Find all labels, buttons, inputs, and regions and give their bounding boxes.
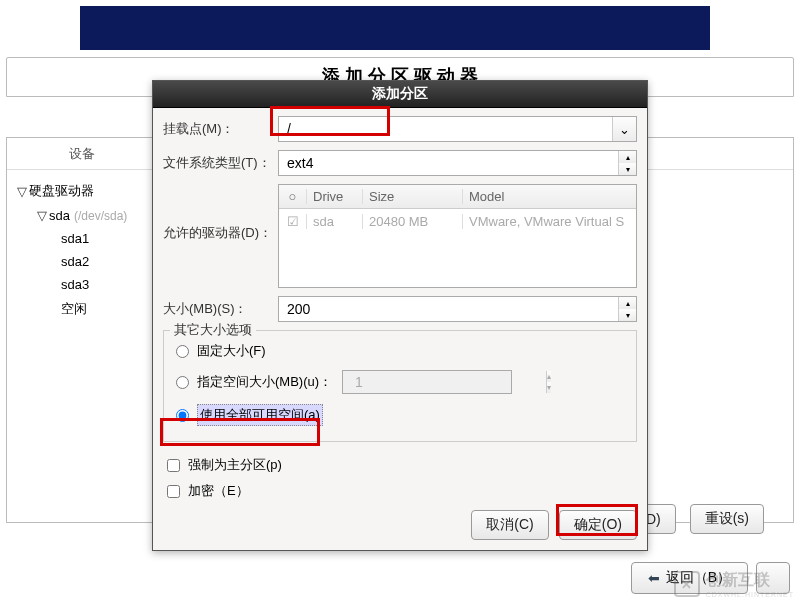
drive-row-sda[interactable]: ☑ sda 20480 MB VMware, VMware Virtual S <box>279 209 636 233</box>
encrypt-label: 加密（E） <box>188 482 249 500</box>
dialog-title: 添加分区 <box>153 81 647 108</box>
primary-checkbox[interactable] <box>167 459 180 472</box>
fstype-label: 文件系统类型(T)： <box>163 154 278 172</box>
encrypt-checkbox[interactable] <box>167 485 180 498</box>
size-input[interactable] <box>279 297 618 321</box>
radio-fixed[interactable] <box>176 345 189 358</box>
drive-name: sda <box>307 214 363 229</box>
upto-spin: ▴▾ <box>546 371 551 393</box>
watermark-logo-icon: ✕ <box>674 571 700 597</box>
dialog-footer: 取消(C) 确定(O) <box>163 504 637 540</box>
drive-model: VMware, VMware Virtual S <box>463 214 636 229</box>
primary-label: 强制为主分区(p) <box>188 456 282 474</box>
drives-label: 允许的驱动器(D)： <box>163 184 278 242</box>
radio-fixed-label: 固定大小(F) <box>197 342 266 360</box>
chevron-down-icon[interactable]: ▽ <box>17 184 29 199</box>
fstype-spin[interactable]: ▴▾ <box>618 151 636 175</box>
primary-row[interactable]: 强制为主分区(p) <box>163 452 637 478</box>
col-model: Model <box>463 189 636 204</box>
drive-check[interactable]: ☑ <box>279 214 307 229</box>
drives-row: 允许的驱动器(D)： ○ Drive Size Model ☑ sda 2048… <box>163 184 637 288</box>
mount-label: 挂载点(M)： <box>163 120 278 138</box>
watermark-brand: 创新互联 <box>706 570 794 591</box>
drive-size: 20480 MB <box>363 214 463 229</box>
fieldset-legend: 其它大小选项 <box>170 321 256 339</box>
mount-combo[interactable]: ⌄ <box>278 116 637 142</box>
chevron-down-icon[interactable]: ⌄ <box>612 117 636 141</box>
radio-upto-label: 指定空间大小(MB)(u)： <box>197 373 332 391</box>
drives-header: ○ Drive Size Model <box>279 185 636 209</box>
watermark-sub: CDXWHL.HINTERNET <box>706 591 794 598</box>
size-input-wrap[interactable]: ▴▾ <box>278 296 637 322</box>
radio-upto-row[interactable]: 指定空间大小(MB)(u)： ▴▾ <box>172 365 628 399</box>
add-partition-dialog: 添加分区 挂载点(M)： ⌄ 文件系统类型(T)： ▴▾ 允许的驱动器(D)： … <box>152 80 648 551</box>
size-options-fieldset: 其它大小选项 固定大小(F) 指定空间大小(MB)(u)： ▴▾ 使用全部可用空… <box>163 330 637 442</box>
mount-row: 挂载点(M)： ⌄ <box>163 116 637 142</box>
reset-button[interactable]: 重设(s) <box>690 504 764 534</box>
size-row: 大小(MB)(S)： ▴▾ <box>163 296 637 322</box>
size-spin[interactable]: ▴▾ <box>618 297 636 321</box>
upto-value <box>347 371 538 393</box>
drives-table[interactable]: ○ Drive Size Model ☑ sda 20480 MB VMware… <box>278 184 637 288</box>
upto-input: ▴▾ <box>342 370 512 394</box>
radio-upto[interactable] <box>176 376 189 389</box>
top-banner <box>80 6 710 50</box>
fstype-input[interactable] <box>279 151 618 175</box>
ok-button[interactable]: 确定(O) <box>559 510 637 540</box>
tree-path-sda: (/dev/sda) <box>74 209 127 223</box>
cancel-button[interactable]: 取消(C) <box>471 510 548 540</box>
radio-all[interactable] <box>176 409 189 422</box>
radio-all-row[interactable]: 使用全部可用空间(a) <box>172 399 628 431</box>
col-size: Size <box>363 189 463 204</box>
arrow-left-icon <box>648 570 660 586</box>
col-header-device: 设备 <box>7 138 157 169</box>
tree-label-sda: sda <box>49 208 70 223</box>
mount-input[interactable] <box>279 117 612 141</box>
chevron-down-icon[interactable]: ▽ <box>37 208 49 223</box>
radio-fixed-row[interactable]: 固定大小(F) <box>172 337 628 365</box>
size-label: 大小(MB)(S)： <box>163 300 278 318</box>
radio-all-label: 使用全部可用空间(a) <box>197 404 323 426</box>
watermark: ✕ 创新互联 CDXWHL.HINTERNET <box>674 570 794 598</box>
fstype-combo[interactable]: ▴▾ <box>278 150 637 176</box>
col-check: ○ <box>279 189 307 204</box>
col-drive: Drive <box>307 189 363 204</box>
fstype-row: 文件系统类型(T)： ▴▾ <box>163 150 637 176</box>
tree-label-root: 硬盘驱动器 <box>29 182 94 200</box>
encrypt-row[interactable]: 加密（E） <box>163 478 637 504</box>
